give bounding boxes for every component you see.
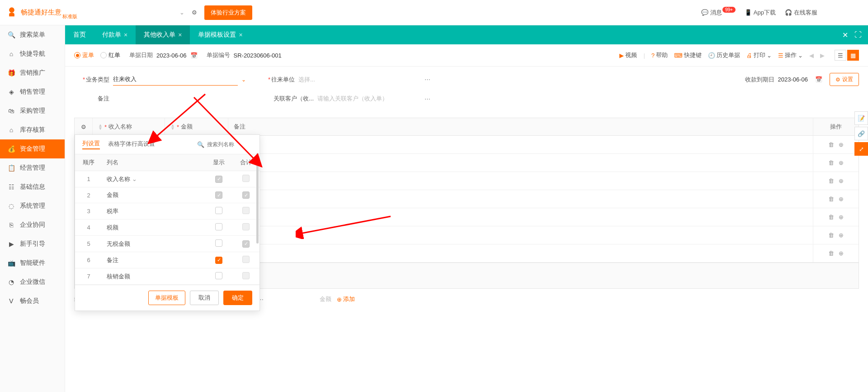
th-amount[interactable]: ▲▼ *金额 xyxy=(165,118,228,135)
sidebar-item-0[interactable]: 🔍搜索菜单 xyxy=(0,25,65,44)
settings-button[interactable]: ⚙设置 xyxy=(830,73,859,86)
history-link[interactable]: 🕘历史单据 xyxy=(708,51,740,59)
delete-icon[interactable]: 🗑 xyxy=(828,177,834,184)
delete-icon[interactable]: 🗑 xyxy=(828,196,834,202)
chevron-down-icon[interactable]: ⌄ xyxy=(132,176,137,182)
delete-icon[interactable]: 🗑 xyxy=(828,250,834,257)
view-list[interactable]: ☰ xyxy=(835,50,846,61)
scrollbar[interactable] xyxy=(256,153,259,244)
doc-no-label: 单据编号 xyxy=(207,51,230,59)
partner-input[interactable] xyxy=(298,74,421,85)
calendar-icon[interactable]: 📅 xyxy=(190,52,198,59)
checkbox[interactable]: ✓ xyxy=(215,176,222,183)
close-icon[interactable]: × xyxy=(124,31,127,38)
sidebar-item-5[interactable]: ⌂库存核算 xyxy=(0,120,65,139)
due-date-value[interactable]: 2023-06-06 xyxy=(778,76,808,83)
cancel-button[interactable]: 取消 xyxy=(190,291,219,305)
checkbox[interactable]: ✓ xyxy=(215,191,222,199)
popover-footer: 单据模板 取消 确定 xyxy=(75,285,259,311)
dots-icon[interactable]: ⋯ xyxy=(425,96,431,102)
view-card[interactable]: ▦ xyxy=(847,50,859,61)
business-type-value[interactable]: 往来收入 xyxy=(113,73,238,86)
video-link[interactable]: ▶视频 xyxy=(619,51,637,59)
column-settings-gear[interactable]: ⚙ xyxy=(75,118,93,135)
ops-link[interactable]: ☰操作⌄ xyxy=(778,51,803,59)
delete-icon[interactable]: 🗑 xyxy=(828,214,834,220)
calendar-icon[interactable]: 📅 xyxy=(815,76,822,83)
doc-type-radio-group: 蓝单 红单 xyxy=(74,51,120,59)
gear-icon[interactable]: ⚙ xyxy=(189,7,200,18)
sidebar-item-1[interactable]: ⌂快捷导航 xyxy=(0,44,65,63)
help-link[interactable]: ?帮助 xyxy=(651,51,668,59)
collapse-icon[interactable]: ⤢ xyxy=(854,142,868,156)
note-icon[interactable]: 📝 xyxy=(854,111,868,125)
column-search-input[interactable] xyxy=(207,141,252,148)
checkbox xyxy=(242,207,250,214)
close-icon[interactable]: × xyxy=(178,31,182,38)
radio-red[interactable]: 红单 xyxy=(100,51,120,59)
radio-blue[interactable]: 蓝单 xyxy=(74,51,94,59)
copy-icon[interactable]: ⊕ xyxy=(839,177,844,184)
add-button[interactable]: ⊕ 添加 xyxy=(337,295,355,303)
close-all-icon[interactable]: ✕ xyxy=(842,31,848,39)
link-icon[interactable]: 🔗 xyxy=(854,127,868,140)
copy-icon[interactable]: ⊕ xyxy=(839,232,844,239)
sidebar-item-10[interactable]: ⎘企业协同 xyxy=(0,215,65,234)
delete-icon[interactable]: 🗑 xyxy=(828,141,834,148)
template-button[interactable]: 单据模板 xyxy=(148,291,185,305)
checkbox[interactable]: ✓ xyxy=(215,257,222,264)
online-service-link[interactable]: 🎧 在线客服 xyxy=(785,9,817,17)
sidebar-item-13[interactable]: ◔企业微信 xyxy=(0,272,65,292)
prev-page[interactable]: ◀ xyxy=(809,52,814,59)
sidebar-item-11[interactable]: ▶新手引导 xyxy=(0,234,65,253)
expand-icon[interactable]: ⛶ xyxy=(854,31,862,39)
copy-icon[interactable]: ⊕ xyxy=(839,214,844,220)
delete-icon[interactable]: 🗑 xyxy=(828,232,834,239)
close-icon[interactable]: × xyxy=(239,31,242,38)
sidebar-item-6[interactable]: 💰资金管理 xyxy=(0,139,65,158)
delete-icon[interactable]: 🗑 xyxy=(828,159,834,166)
app-download-link[interactable]: 📱 App下载 xyxy=(745,9,776,17)
copy-icon[interactable]: ⊕ xyxy=(839,250,844,257)
sidebar-item-9[interactable]: ◌系统管理 xyxy=(0,196,65,215)
sidebar-item-8[interactable]: ☷基础信息 xyxy=(0,177,65,196)
confirm-button[interactable]: 确定 xyxy=(223,291,252,305)
checkbox[interactable] xyxy=(215,239,222,247)
checkbox[interactable] xyxy=(215,223,222,230)
tab-1[interactable]: 付款单× xyxy=(94,25,136,44)
column-row: 2金额✓✓ xyxy=(75,187,259,203)
copy-icon[interactable]: ⊕ xyxy=(839,196,844,202)
remark-input[interactable] xyxy=(113,93,246,104)
industry-plan-button[interactable]: 体验行业方案 xyxy=(204,5,252,20)
dots-icon[interactable]: ⋯ xyxy=(425,76,431,83)
checkbox[interactable]: ✓ xyxy=(242,240,250,248)
sidebar-item-2[interactable]: 🎁营销推广 xyxy=(0,63,65,82)
checkbox[interactable]: ✓ xyxy=(242,191,250,199)
tab-2[interactable]: 其他收入单× xyxy=(136,25,190,44)
row-name: 收入名称 ⌄ xyxy=(102,172,205,187)
checkbox[interactable] xyxy=(215,272,222,279)
chevron-down-icon[interactable]: ⌄ xyxy=(241,76,246,83)
popover-tab-font[interactable]: 表格字体行高设置 xyxy=(108,140,155,149)
th-income-name[interactable]: ▲▼ *收入名称 xyxy=(93,118,165,135)
sidebar-item-4[interactable]: 🛍采购管理 xyxy=(0,101,65,120)
copy-icon[interactable]: ⊕ xyxy=(839,159,844,166)
tab-0[interactable]: 首页 xyxy=(65,25,94,44)
chevron-down-icon[interactable]: ⌄ xyxy=(179,9,184,16)
copy-icon[interactable]: ⊕ xyxy=(839,141,844,148)
shortcut-link[interactable]: ⌨快捷键 xyxy=(674,51,702,59)
messages-link[interactable]: 💬 消息 99+ xyxy=(701,9,736,17)
checkbox[interactable] xyxy=(215,207,222,214)
tab-3[interactable]: 单据模板设置× xyxy=(190,25,250,44)
next-page[interactable]: ▶ xyxy=(820,52,825,59)
popover-tab-columns[interactable]: 列设置 xyxy=(82,139,100,149)
doc-date-value[interactable]: 2023-06-06 xyxy=(156,52,187,59)
print-link[interactable]: 🖨打印⌄ xyxy=(746,51,772,59)
sidebar-item-14[interactable]: Ⅴ畅会员 xyxy=(0,292,65,311)
sidebar-item-12[interactable]: 📺智能硬件 xyxy=(0,253,65,272)
sidebar-item-7[interactable]: 📋经营管理 xyxy=(0,158,65,177)
sidebar-item-3[interactable]: ◈销售管理 xyxy=(0,82,65,101)
link-customer-input[interactable] xyxy=(317,93,421,104)
row-name: 税率 xyxy=(102,204,205,219)
checkbox xyxy=(242,175,250,182)
